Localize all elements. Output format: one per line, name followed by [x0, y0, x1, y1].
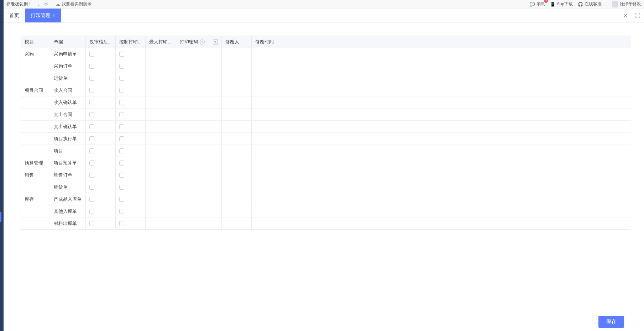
cell-print-pwd[interactable] — [176, 48, 222, 60]
tab-home-label: 首页 — [9, 12, 19, 19]
checkbox-audit-only[interactable] — [89, 76, 94, 81]
cell-max-print[interactable] — [146, 145, 176, 157]
checkbox-audit-only[interactable] — [89, 148, 94, 153]
checkbox-control-print[interactable] — [119, 161, 124, 166]
cell-max-print[interactable] — [146, 48, 176, 60]
checkbox-control-print[interactable] — [119, 221, 124, 226]
cell-print-pwd[interactable] — [176, 109, 222, 120]
checkbox-control-print[interactable] — [119, 209, 124, 214]
checkbox-control-print[interactable] — [119, 173, 124, 178]
cell-bill: 产成品入库单 — [50, 193, 86, 205]
cell-max-print[interactable] — [146, 193, 176, 205]
fullscreen-icon[interactable]: ⛶ — [633, 11, 642, 20]
checkbox-audit-only[interactable] — [89, 161, 94, 166]
checkbox-control-print[interactable] — [119, 100, 124, 105]
checkbox-audit-only[interactable] — [89, 173, 94, 178]
cell-print-pwd[interactable] — [176, 205, 222, 217]
cell-max-print[interactable] — [146, 72, 176, 84]
table-row: 销货单 — [21, 181, 631, 193]
close-icon[interactable]: × — [53, 13, 55, 18]
cell-print-pwd[interactable] — [176, 145, 222, 157]
checkbox-control-print[interactable] — [119, 124, 124, 129]
col-max-print: 最大打印... — [146, 36, 176, 48]
cell-max-print[interactable] — [146, 121, 176, 132]
save-button[interactable]: 保存 — [598, 316, 624, 328]
checkbox-audit-only[interactable] — [89, 64, 94, 69]
messages-link[interactable]: 💬 消息 • — [530, 1, 545, 7]
cell-audit-only — [86, 193, 116, 205]
table-row: 项目 — [21, 145, 631, 157]
cell-max-print[interactable] — [146, 217, 176, 229]
checkbox-control-print[interactable] — [119, 88, 124, 93]
user-menu[interactable]: 徐泽华修改 — [612, 1, 641, 7]
cell-edit-time — [252, 217, 631, 229]
cell-print-pwd[interactable] — [176, 169, 222, 181]
checkbox-audit-only[interactable] — [89, 185, 94, 190]
table-row: 支出确认单 — [21, 121, 631, 133]
cloud-icon: ☁ — [56, 2, 60, 7]
cell-max-print[interactable] — [146, 109, 176, 120]
table-header: 模块 单据 仅审核后... 控制打印... 最大打印... 打印密码 ? ✎ 修… — [21, 36, 631, 48]
table-row: 收入确认单 — [21, 96, 631, 109]
cell-edit-time — [252, 121, 631, 132]
cell-print-pwd[interactable] — [176, 181, 222, 193]
checkbox-audit-only[interactable] — [89, 209, 94, 214]
checkbox-audit-only[interactable] — [89, 221, 94, 226]
cell-print-pwd[interactable] — [176, 193, 222, 205]
cell-max-print[interactable] — [146, 133, 176, 145]
cell-control-print — [116, 96, 146, 108]
cell-control-print — [116, 217, 146, 229]
tab-print-management[interactable]: 打印管理 × — [25, 9, 61, 22]
chevron-down-icon[interactable]: ⌄ — [37, 2, 41, 7]
table-row: 销售销售订单 — [21, 169, 631, 181]
app-download-link[interactable]: 📱 App下载 — [550, 1, 573, 7]
cell-print-pwd[interactable] — [176, 96, 222, 108]
checkbox-audit-only[interactable] — [89, 197, 94, 202]
cell-max-print[interactable] — [146, 60, 176, 72]
checkbox-control-print[interactable] — [119, 112, 124, 117]
checkbox-control-print[interactable] — [119, 76, 124, 81]
checkbox-audit-only[interactable] — [89, 136, 94, 141]
checkbox-control-print[interactable] — [119, 197, 124, 202]
cell-control-print — [116, 157, 146, 169]
tab-home[interactable]: 首页 — [4, 9, 25, 22]
checkbox-audit-only[interactable] — [89, 88, 94, 93]
checkbox-audit-only[interactable] — [89, 124, 94, 129]
table-body[interactable]: 采购采购申请单采购订单进货单项目合同收入合同收入确认单支出合同支出确认单项目执行… — [21, 48, 631, 230]
gear-icon[interactable]: ⚙ — [44, 2, 48, 7]
cell-max-print[interactable] — [146, 84, 176, 96]
close-tab-button[interactable]: ✕ — [621, 11, 630, 20]
cell-max-print[interactable] — [146, 181, 176, 193]
table-row: 其他入库单 — [21, 205, 631, 217]
checkbox-control-print[interactable] — [119, 185, 124, 190]
checkbox-control-print[interactable] — [119, 148, 124, 153]
cell-print-pwd[interactable] — [176, 121, 222, 132]
cell-max-print[interactable] — [146, 169, 176, 181]
checkbox-audit-only[interactable] — [89, 52, 94, 57]
checkbox-audit-only[interactable] — [89, 112, 94, 117]
edit-icon[interactable]: ✎ — [213, 40, 218, 44]
demo-link[interactable]: ☁ 我要看实例演示 — [56, 1, 91, 7]
online-service-link[interactable]: 🎧 在线客服 — [578, 1, 602, 7]
cell-print-pwd[interactable] — [176, 157, 222, 169]
divider — [607, 2, 607, 7]
cell-max-print[interactable] — [146, 157, 176, 169]
checkbox-audit-only[interactable] — [89, 100, 94, 105]
cell-print-pwd[interactable] — [176, 60, 222, 72]
cell-editor — [222, 193, 252, 205]
cell-print-pwd[interactable] — [176, 72, 222, 84]
cell-print-pwd[interactable] — [176, 133, 222, 145]
messages-badge: • — [544, 0, 548, 3]
cell-max-print[interactable] — [146, 96, 176, 108]
cell-print-pwd[interactable] — [176, 217, 222, 229]
cell-max-print[interactable] — [146, 205, 176, 217]
cell-editor — [222, 121, 252, 132]
checkbox-control-print[interactable] — [119, 52, 124, 57]
cell-print-pwd[interactable] — [176, 84, 222, 96]
checkbox-control-print[interactable] — [119, 136, 124, 141]
checkbox-control-print[interactable] — [119, 64, 124, 69]
org-selector[interactable]: 徐老板勿删！ — [6, 1, 33, 7]
help-icon[interactable]: ? — [200, 40, 205, 44]
cell-editor — [222, 72, 252, 84]
cell-module — [21, 121, 50, 132]
